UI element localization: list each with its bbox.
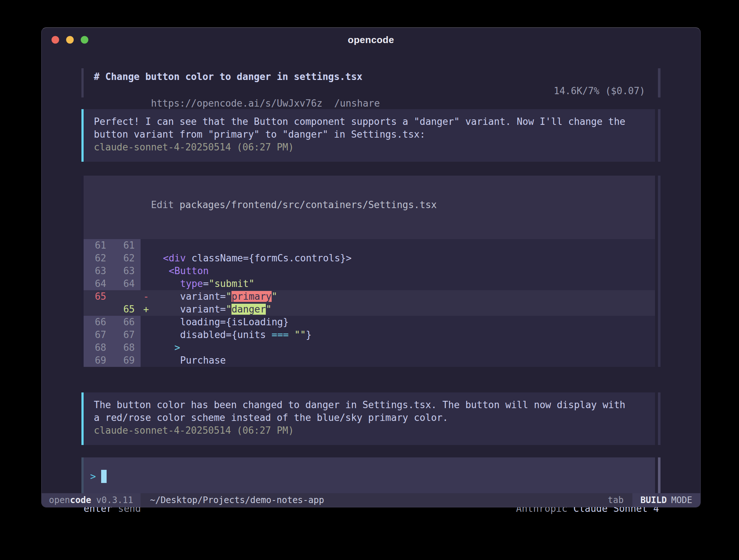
diff-marker <box>141 341 152 354</box>
brand-code: code <box>70 495 91 505</box>
diff-marker <box>141 277 152 290</box>
assistant-message-2-body: The button color has been changed to dan… <box>81 392 655 445</box>
new-line-number: 66 <box>112 316 141 329</box>
message-text-line: The button color has been changed to dan… <box>94 399 644 411</box>
prompt-input-body[interactable]: > <box>81 457 655 496</box>
diff-row: 6464 type="submit" <box>84 277 655 290</box>
diff-code: variant="primary" <box>152 290 277 303</box>
window-title: opencode <box>348 34 394 46</box>
diff-marker <box>141 239 152 252</box>
message-text-line: button variant from "primary" to "danger… <box>94 128 644 141</box>
block-right-border <box>658 392 660 445</box>
share-url-link[interactable]: https://opencode.ai/s/UwJxv76z <box>151 98 323 109</box>
tab-key-hint: tab <box>599 495 632 505</box>
diff-row-added: 65+ variant="danger" <box>84 303 655 316</box>
diff-marker <box>141 354 152 367</box>
new-line-number: 64 <box>112 277 141 290</box>
diff-code: loading={isLoading} <box>152 316 289 329</box>
mode-secondary: MODE <box>671 495 692 505</box>
session-header-left: # Change button color to danger in setti… <box>94 70 380 97</box>
diff-row: 6363 <Button <box>84 265 655 277</box>
text-cursor <box>101 470 107 483</box>
diff-code: disabled={units === ""} <box>152 329 311 341</box>
diff-code: variant="danger" <box>152 303 272 316</box>
diff-row: 6868 > <box>84 341 655 354</box>
diff-marker <box>141 329 152 341</box>
diff-marker-removed: - <box>141 290 152 303</box>
prompt-input[interactable]: > <box>81 457 660 496</box>
token-usage: 14.6K/7% ($0.07) <box>554 84 645 97</box>
diff-row: 6161 <box>84 239 655 252</box>
assistant-message-2: The button color has been changed to dan… <box>81 392 660 445</box>
status-bar: opencodev0.3.11 ~/Desktop/Projects/demo-… <box>42 493 700 507</box>
working-directory: ~/Desktop/Projects/demo-notes-app <box>150 495 324 505</box>
new-line-number: 63 <box>112 265 141 277</box>
zoom-button[interactable] <box>81 36 88 44</box>
diff-marker-added: + <box>141 303 152 316</box>
message-text-line: Perfect! I can see that the Button compo… <box>94 115 644 128</box>
block-right-border <box>658 457 660 496</box>
message-text-line: a red/rose color scheme instead of the b… <box>94 411 644 424</box>
new-line-number: 67 <box>112 329 141 341</box>
brand-open: open <box>49 495 70 505</box>
old-line-number: 65 <box>84 290 112 303</box>
new-line-number: 61 <box>112 239 141 252</box>
new-line-number: 65 <box>112 303 141 316</box>
new-line-number: 68 <box>112 341 141 354</box>
old-line-number: 68 <box>84 341 112 354</box>
diff-code: type="submit" <box>152 277 254 290</box>
message-model-timestamp: claude-sonnet-4-20250514 (06:27 PM) <box>94 424 644 437</box>
edit-tool-block: Edit packages/frontend/src/containers/Se… <box>81 176 660 367</box>
old-line-number: 63 <box>84 265 112 277</box>
block-right-border <box>658 176 660 367</box>
block-right-border <box>658 109 660 162</box>
diff-row: 6262 <div className={formCs.controls}> <box>84 252 655 265</box>
old-line-number: 66 <box>84 316 112 329</box>
session-header: # Change button color to danger in setti… <box>81 68 660 97</box>
traffic-lights <box>51 36 88 44</box>
diff-marker <box>141 265 152 277</box>
prompt-caret-symbol: > <box>90 471 96 482</box>
close-button[interactable] <box>51 36 59 44</box>
diff-marker <box>141 252 152 265</box>
old-line-number: 67 <box>84 329 112 341</box>
removed-value-highlight: primary <box>231 291 272 302</box>
diff-code: <Button <box>152 265 209 277</box>
session-content: # Change button color to danger in setti… <box>42 68 700 514</box>
new-line-number: 69 <box>112 354 141 367</box>
diff-code: <div className={formCs.controls}> <box>152 252 352 265</box>
old-line-number: 62 <box>84 252 112 265</box>
unshare-command[interactable]: /unshare <box>334 98 380 109</box>
assistant-message-1: Perfect! I can see that the Button compo… <box>81 109 660 162</box>
diff-row: 6969 Purchase <box>84 354 655 367</box>
app-version: v0.3.11 <box>96 495 133 505</box>
diff-view: 6161 6262 <div className={formCs.control… <box>84 239 655 367</box>
mode-primary: BUILD <box>640 495 667 505</box>
old-line-number: 64 <box>84 277 112 290</box>
added-value-highlight: danger <box>231 304 266 315</box>
old-line-number: 69 <box>84 354 112 367</box>
window-titlebar: opencode <box>42 28 700 52</box>
new-line-number <box>112 290 141 303</box>
app-version-segment: opencodev0.3.11 <box>42 493 141 507</box>
diff-code: > <box>152 341 180 354</box>
mode-indicator: BUILDMODE <box>632 493 700 507</box>
assistant-message-1-body: Perfect! I can see that the Button compo… <box>81 109 655 162</box>
diff-code: Purchase <box>152 354 226 367</box>
session-title: # Change button color to danger in setti… <box>94 70 380 84</box>
edit-tool-body: Edit packages/frontend/src/containers/Se… <box>81 176 655 367</box>
old-line-number <box>84 303 112 316</box>
old-line-number: 61 <box>84 239 112 252</box>
diff-row-removed: 65- variant="primary" <box>84 290 655 303</box>
diff-marker <box>141 316 152 329</box>
diff-row: 6666 loading={isLoading} <box>84 316 655 329</box>
opencode-window: opencode # Change button color to danger… <box>41 27 701 507</box>
edit-tool-label: Edit <box>151 199 180 210</box>
message-model-timestamp: claude-sonnet-4-20250514 (06:27 PM) <box>94 141 644 154</box>
edit-file-path: packages/frontend/src/containers/Setting… <box>180 199 437 210</box>
edit-tool-header: Edit packages/frontend/src/containers/Se… <box>84 185 655 225</box>
minimize-button[interactable] <box>66 36 74 44</box>
new-line-number: 62 <box>112 252 141 265</box>
diff-row: 6767 disabled={units === ""} <box>84 329 655 341</box>
